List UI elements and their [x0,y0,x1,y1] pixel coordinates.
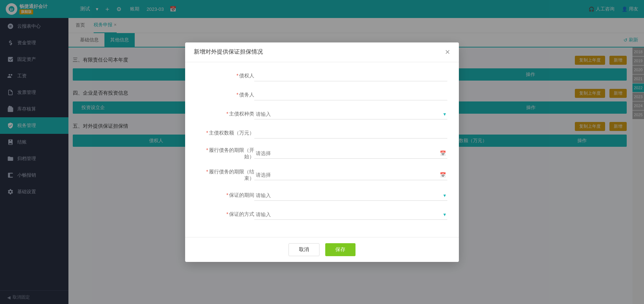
form-row-guarantee-method: *保证的方式 ▾ [197,209,447,220]
form-row-creditor: *债权人 [197,71,447,81]
date-wrap-period-end[interactable]: 📅 [254,170,447,180]
form-row-debtor: *债务人 [197,90,447,100]
label-creditor: *债权人 [197,73,254,79]
form-row-guarantee-period: *保证的期间 ▾ [197,190,447,201]
modal-body: *债权人 *债务人 *主债权种类 [185,62,459,237]
chevron-down-icon-guarantee-method: ▾ [443,212,447,217]
form-row-period-end: *履行债务的期限（结束） 📅 [197,169,447,182]
input-guarantee-method[interactable] [254,209,443,219]
cancel-button[interactable]: 取消 [289,243,319,256]
label-period-end: *履行债务的期限（结束） [197,169,254,182]
calendar-icon-end: 📅 [440,172,447,178]
modal-overlay: 新增对外提供保证担保情况 ✕ *债权人 *债务人 [0,0,644,304]
input-guarantee-period[interactable] [254,190,443,200]
label-debtor: *债务人 [197,92,254,98]
select-wrap-claim-type[interactable]: ▾ [254,109,447,119]
form-row-claim-amount: *主债权数额（万元） [197,128,447,139]
calendar-icon-start: 📅 [440,150,447,156]
form-row-claim-type: *主债权种类 ▾ [197,109,447,119]
chevron-down-icon-claim-type: ▾ [443,111,447,117]
input-debtor[interactable] [254,90,447,100]
input-wrap-debtor [254,90,447,100]
input-wrap-creditor [254,71,447,81]
modal-header: 新增对外提供保证担保情况 ✕ [185,42,459,62]
input-wrap-claim-amount [254,128,447,139]
input-period-start[interactable] [254,148,440,158]
select-wrap-guarantee-method[interactable]: ▾ [254,209,447,220]
date-wrap-period-start[interactable]: 📅 [254,148,447,159]
chevron-down-icon-guarantee-period: ▾ [443,192,447,198]
modal-title: 新增对外提供保证担保情况 [194,48,263,56]
input-claim-type[interactable] [254,109,443,119]
label-guarantee-period: *保证的期间 [197,192,254,199]
save-button[interactable]: 保存 [325,243,355,256]
select-wrap-guarantee-period[interactable]: ▾ [254,190,447,201]
modal-footer: 取消 保存 [185,237,459,262]
input-period-end[interactable] [254,170,440,180]
modal-close-btn[interactable]: ✕ [445,48,450,56]
input-claim-amount[interactable] [254,128,447,139]
label-period-start: *履行债务的期限（开始） [197,147,254,160]
label-guarantee-method: *保证的方式 [197,211,254,218]
label-claim-amount: *主债权数额（万元） [197,130,254,136]
input-creditor[interactable] [254,71,447,81]
modal: 新增对外提供保证担保情况 ✕ *债权人 *债务人 [185,42,459,262]
form-row-period-start: *履行债务的期限（开始） 📅 [197,147,447,160]
label-claim-type: *主债权种类 [197,111,254,117]
